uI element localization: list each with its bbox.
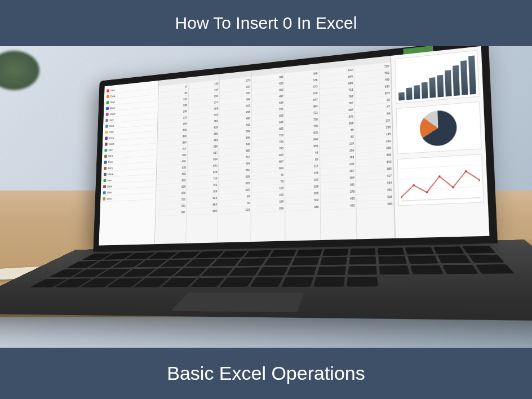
keyboard-key — [437, 255, 471, 263]
keyboard-key — [296, 249, 322, 256]
keyboard-key — [244, 250, 272, 258]
hero-illustration: ItemDataRowEntryValueItemDataRowEntryVal… — [0, 45, 532, 348]
spreadsheet-column: 6126496867237607978348719084582119156193… — [319, 60, 357, 240]
top-title-banner: How To Insert 0 In Excel — [0, 0, 532, 46]
laptop-screen-frame: ItemDataRowEntryValueItemDataRowEntryVal… — [93, 45, 498, 252]
row-label-text: Item — [108, 178, 112, 181]
row-color-swatch — [106, 113, 109, 116]
row-color-swatch — [103, 179, 106, 182]
line-chart-icon — [400, 157, 481, 203]
svg-point-10 — [478, 179, 481, 181]
spreadsheet-column: 7257627998368731047841211581952322693063… — [354, 56, 395, 239]
svg-point-6 — [425, 191, 428, 193]
keyboard-key — [264, 258, 292, 265]
spreadsheet-cell: 565 — [357, 200, 394, 209]
chart-bar — [422, 82, 428, 99]
chart-bar — [468, 55, 476, 95]
row-label-text: Entry — [109, 136, 114, 139]
row-label-text: Entry — [107, 197, 113, 200]
laptop-trackpad — [171, 292, 304, 312]
keyboard-key — [237, 258, 267, 266]
spreadsheet-cell: 900 — [187, 207, 218, 215]
row-label-text: Value — [110, 112, 116, 116]
keyboard-key — [211, 259, 241, 267]
keyboard-key — [291, 257, 320, 265]
spreadsheet-row-labels: ItemDataRowEntryValueItemDataRowEntryVal… — [99, 81, 159, 246]
keyboard-key — [378, 247, 405, 255]
svg-line-1 — [401, 187, 480, 190]
spreadsheet-column: 3864234604975345716086456827197567938308… — [251, 67, 286, 242]
row-color-swatch — [105, 143, 108, 146]
keyboard-key — [410, 265, 444, 274]
row-label-text: Item — [109, 118, 114, 121]
row-color-swatch — [104, 161, 107, 164]
keyboard-key — [433, 246, 465, 254]
row-color-swatch — [103, 185, 106, 188]
svg-line-3 — [401, 165, 480, 169]
keyboard-key — [407, 255, 438, 264]
row-label-text: Data — [107, 184, 112, 188]
svg-point-8 — [452, 186, 454, 188]
chart-bar — [429, 77, 436, 98]
keyboard-key — [320, 256, 348, 265]
spreadsheet-chart-sidebar — [391, 46, 489, 238]
keyboard-key — [313, 276, 345, 286]
row-color-swatch — [107, 95, 109, 98]
line-chart-thumbnail — [397, 154, 484, 206]
keyboard-key — [229, 267, 260, 276]
row-color-swatch — [104, 172, 107, 176]
svg-point-9 — [465, 170, 467, 172]
keyboard-key — [281, 277, 314, 287]
row-color-swatch — [105, 118, 108, 122]
svg-line-0 — [401, 198, 481, 201]
bar-chart-thumbnail — [394, 50, 479, 104]
svg-line-2 — [401, 175, 480, 179]
svg-point-4 — [400, 196, 402, 198]
spreadsheet-cell: 113 — [218, 206, 251, 214]
row-label-text: Data — [109, 124, 114, 127]
keyboard-key — [220, 277, 254, 287]
row-color-swatch — [105, 136, 108, 140]
pie-chart-thumbnail — [396, 101, 482, 154]
row-label-text: Row — [108, 160, 113, 163]
keyboard-key — [219, 251, 247, 258]
top-title-text: How To Insert 0 In Excel — [175, 14, 357, 32]
keyboard-key — [287, 266, 317, 275]
spreadsheet-cell: 226 — [251, 205, 285, 212]
row-color-swatch — [106, 101, 109, 104]
row-color-swatch — [107, 89, 109, 92]
keyboard-key — [250, 277, 283, 287]
keyboard-key — [348, 265, 377, 275]
keyboard-key — [349, 256, 376, 265]
laptop-keyboard — [0, 240, 532, 322]
svg-point-7 — [438, 175, 441, 178]
spreadsheet-column: 4784121158195232269306343380417454491528… — [155, 77, 189, 244]
row-label-text: Row — [109, 130, 114, 134]
row-label-text: Data — [110, 94, 116, 97]
keyboard-key — [405, 247, 435, 255]
row-label-text: Entry — [108, 166, 113, 170]
spreadsheet-cell: 339 — [285, 203, 320, 212]
row-color-swatch — [106, 107, 109, 110]
chart-bar — [460, 60, 468, 95]
keyboard-key — [378, 256, 407, 264]
chart-bar — [453, 65, 460, 96]
pie-chart-icon — [419, 109, 458, 147]
row-label-text: Value — [109, 142, 114, 145]
spreadsheet-column: 1601972342713083453824194564935305676046… — [186, 74, 220, 243]
chart-bar — [398, 92, 405, 101]
keyboard-key — [350, 248, 375, 255]
plant-decoration — [0, 51, 45, 101]
row-color-swatch — [105, 125, 108, 128]
row-color-swatch — [104, 154, 107, 158]
spreadsheet-cell: 787 — [156, 209, 186, 217]
row-label-text: Data — [108, 154, 113, 157]
chart-bar — [437, 74, 444, 97]
row-label-text: Item — [110, 88, 115, 92]
keyboard-key — [462, 246, 496, 254]
keyboard-key — [258, 267, 289, 276]
chart-bar — [406, 87, 413, 100]
spreadsheet-column: 2733103473844214584955325696066436807177… — [218, 70, 252, 242]
row-label-text: Entry — [110, 106, 115, 109]
chart-bar — [414, 85, 420, 99]
